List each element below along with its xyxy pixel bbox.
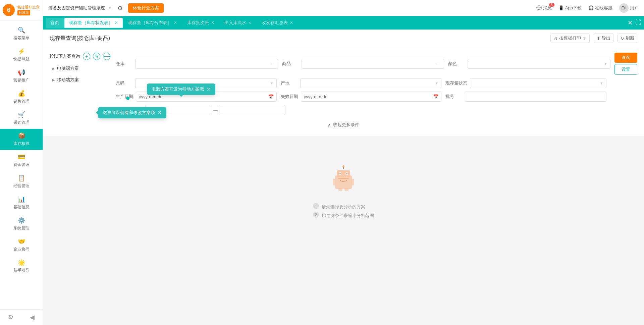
sidebar-item-purchase[interactable]: 🛒 采购管理 (0, 108, 43, 129)
avatar: Ea (619, 3, 629, 13)
warehouse-dots[interactable]: ··· (268, 61, 275, 66)
tooltip-edit-scheme: 这里可以创建和修改方案哦 ✕ (98, 107, 166, 118)
tabbar-actions: ✕ ⛶ (628, 19, 641, 26)
stock-max-input[interactable] (222, 108, 283, 113)
sidebar-item-marketing[interactable]: 📢 营销推广 (0, 65, 43, 87)
tab-close-batch-ledger[interactable]: ✕ (211, 20, 214, 25)
svg-point-8 (342, 165, 344, 167)
batch-field[interactable] (465, 92, 606, 102)
svg-rect-10 (352, 179, 354, 185)
sidebar-item-sales[interactable]: 💰 销售管理 (0, 87, 43, 108)
desktop-scheme-toggle[interactable]: ▶ 电脑端方案 (50, 64, 110, 73)
message-btn[interactable]: 💬 消息 6 (536, 5, 552, 11)
svg-rect-12 (344, 188, 348, 191)
sidebar-bottom: ⚙ ◀ (0, 309, 43, 325)
search-icon: 🔍 (18, 26, 25, 34)
industry-btn[interactable]: 体验行业方案 (128, 3, 164, 13)
message-icon: 💬 (536, 5, 542, 10)
chevron-right-icon: ▶ (52, 67, 55, 70)
tab-inventory-status[interactable]: 现存量（库存状况表） ✕ (64, 18, 123, 28)
color-select[interactable]: ▼ (468, 59, 610, 69)
edit-scheme-btn[interactable]: ✎ (93, 53, 100, 60)
mobile-scheme-toggle[interactable]: ▶ 移动端方案 (50, 75, 110, 84)
sidebar-item-inventory[interactable]: 📦 库存核算 (0, 129, 43, 150)
sidebar: 6 畅捷通好生意 标准版 🔍 搜索菜单 ⚡ 快捷导航 📢 营销推广 💰 销售管理… (0, 0, 43, 325)
sidebar-logo: 6 畅捷通好生意 标准版 (0, 0, 43, 20)
calendar-icon[interactable]: 📅 (268, 94, 274, 99)
tab-close-inventory-dist[interactable]: ✕ (174, 20, 177, 25)
desktop-schemes: ▶ 电脑端方案 (50, 64, 110, 73)
export-btn[interactable]: ⬆ 导出 (594, 34, 613, 43)
svg-point-5 (346, 173, 347, 174)
quicknav-icon: ⚡ (18, 48, 25, 55)
tab-home[interactable]: 首页 (46, 18, 64, 28)
tab-close-inventory-status[interactable]: ✕ (115, 20, 118, 25)
tab-inout-flow[interactable]: 出入库流水 ✕ (220, 18, 256, 28)
search-buttons: 查询 设置 (614, 53, 637, 75)
fullscreen-btn[interactable]: ⛶ (635, 19, 641, 26)
operations-icon: 📋 (18, 174, 25, 182)
calendar-icon2[interactable]: 📅 (433, 94, 438, 99)
sidebar-item-finance[interactable]: 💳 资金管理 (0, 150, 43, 171)
origin-select[interactable]: ▼ (300, 78, 442, 88)
switch-scheme-btn[interactable]: ⟵ (103, 53, 110, 60)
close-all-tabs-btn[interactable]: ✕ (628, 19, 633, 26)
online-support-btn[interactable]: 🎧 在线客服 (588, 5, 612, 11)
goods-select[interactable]: ··· (302, 59, 444, 69)
system-name[interactable]: 装备及固定资产辅助管理系统 ▼ (48, 5, 112, 11)
logo-text: 畅捷通好生意 标准版 (17, 5, 40, 15)
size-chevron-icon: ▼ (270, 81, 274, 85)
add-scheme-btn[interactable]: + (83, 53, 90, 60)
goods-dots[interactable]: ··· (435, 61, 441, 66)
collapse-button[interactable]: ◀ (30, 314, 35, 321)
tab-close-receive-summary[interactable]: ✕ (290, 20, 293, 25)
settings-icon[interactable]: ⚙ (117, 4, 123, 12)
tab-receive-summary[interactable]: 收发存汇总表 ✕ (257, 18, 298, 28)
svg-rect-6 (338, 178, 348, 179)
empty-step1: 1 请先选择要分析的方案 (313, 203, 374, 211)
sidebar-item-enterprise[interactable]: 🤝 企业协同 (0, 234, 43, 256)
reset-btn[interactable]: 设置 (614, 64, 637, 75)
sidebar-item-search[interactable]: 🔍 搜索菜单 (0, 23, 43, 44)
dropdown-icon: ▼ (108, 5, 112, 10)
stock-status-select[interactable]: ▼ (470, 78, 606, 88)
filter-area: 按以下方案查询 + ✎ ⟵ ▶ 电脑端方案 (43, 47, 644, 137)
collapse-more-btn[interactable]: ∧ 收起更多条件 (50, 118, 637, 131)
stock-max-field[interactable] (219, 105, 286, 115)
filter-color: 颜色 ▼ (448, 59, 610, 69)
sidebar-item-operations[interactable]: 📋 经营管理 (0, 171, 43, 192)
tab-inventory-dist[interactable]: 现存量（库存分布表） ✕ (123, 18, 182, 28)
user-btn[interactable]: Ea 用户 (619, 3, 639, 13)
origin-chevron-icon: ▼ (435, 81, 438, 85)
print-btn[interactable]: 🖨 按模板打印 ▼ (550, 34, 590, 43)
svg-rect-9 (333, 179, 335, 185)
warehouse-select[interactable]: ··· (135, 59, 278, 69)
sidebar-nav: 🔍 搜索菜单 ⚡ 快捷导航 📢 营销推广 💰 销售管理 🛒 采购管理 📦 库存核… (0, 20, 43, 309)
expire-date-input[interactable] (304, 94, 432, 99)
empty-step2: 2 用过滤条件来缩小分析范围 (313, 211, 374, 220)
print-icon: 🖨 (553, 36, 558, 41)
purchase-icon: 🛒 (18, 111, 25, 118)
sidebar-item-basic[interactable]: 📊 基础信息 (0, 192, 43, 213)
svg-point-4 (339, 173, 341, 174)
expire-date-field[interactable]: 📅 (301, 92, 442, 102)
batch-input[interactable] (468, 94, 603, 99)
sidebar-item-guide[interactable]: 🌟 新手引导 (0, 256, 43, 277)
settings-button[interactable]: ⚙ (8, 314, 13, 321)
print-dropdown-icon: ▼ (582, 36, 587, 41)
tooltip-close-btn[interactable]: ✕ (207, 87, 211, 92)
filter-warehouse: 仓库 ··· (116, 59, 278, 69)
finance-icon: 💳 (18, 153, 25, 161)
sidebar-item-quicknav[interactable]: ⚡ 快捷导航 (0, 44, 43, 65)
svg-rect-11 (338, 188, 342, 191)
sidebar-item-system[interactable]: ⚙️ 系统管理 (0, 213, 43, 234)
app-download-btn[interactable]: 📱 App下载 (558, 5, 582, 11)
search-btn[interactable]: 查询 (614, 53, 637, 63)
tab-batch-ledger[interactable]: 库存批次账 ✕ (182, 18, 219, 28)
refresh-btn[interactable]: ↻ 刷新 (618, 34, 637, 43)
topbar-right: 💬 消息 6 📱 App下载 🎧 在线客服 Ea 用户 (536, 3, 639, 13)
tab-close-inout-flow[interactable]: ✕ (248, 20, 252, 25)
tooltip-dot (126, 97, 129, 100)
tabbar: 首页 现存量（库存状况表） ✕ 现存量（库存分布表） ✕ 库存批次账 ✕ 出入库… (43, 16, 644, 30)
tooltip-edit-close-btn[interactable]: ✕ (158, 110, 162, 115)
